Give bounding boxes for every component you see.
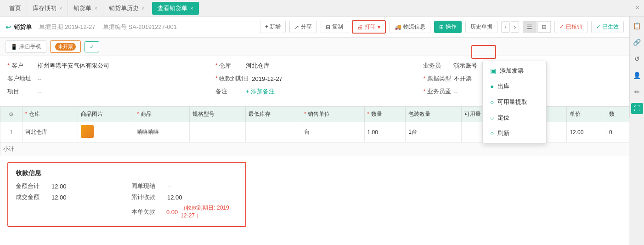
doc-header: ↩ 销货单 单据日期 2019-12-27 单据编号 SA-20191227-0… (0, 17, 629, 38)
history-button[interactable]: 历史单据 (465, 21, 497, 33)
tab-sales[interactable]: 销货单 × (68, 0, 103, 17)
th-quantity: * 数量 (364, 107, 406, 122)
note-add-link[interactable]: + 添加备注 (246, 87, 275, 96)
sales-staff-value: -- (454, 88, 458, 95)
same-order-value: -- (167, 183, 171, 190)
phone-icon: 📱 (11, 44, 17, 50)
payment-grid: 金额合计 12.00 同单现结 -- 成交金额 12.00 累计收款 12.00… (16, 182, 238, 220)
main-content: ↩ 销货单 单据日期 2019-12-27 单据编号 SA-20191227-0… (0, 17, 629, 245)
not-open-button[interactable]: 未开票 (50, 40, 81, 53)
dropdown-add-invoice[interactable]: ▣ 添加发票 (483, 63, 546, 79)
row-pack-qty: 1台 (406, 122, 461, 142)
address-label: 客户地址 (7, 74, 35, 83)
staff-value: 演示账号 (453, 62, 477, 70)
tab-home[interactable]: 首页 (4, 0, 27, 17)
total-amount-value: 12.00 (51, 183, 67, 190)
due-hint: （收款到期日: 2019-12-27 ） (181, 204, 238, 220)
row-amount: 0. (606, 122, 629, 142)
print-button[interactable]: 🖨 打印 ▾ (352, 20, 386, 34)
row-quantity: 1.00 (364, 122, 406, 142)
logistics-button[interactable]: 🚚 物流信息 (390, 21, 430, 33)
subtotal-label: 小计 (0, 142, 629, 156)
dropdown-refresh[interactable]: ○ 刷新 (483, 125, 546, 141)
cumulative-row: 累计收款 12.00 (131, 193, 238, 201)
available-extract-icon: ○ (490, 98, 494, 106)
tab-inventory[interactable]: 库存期初 × (27, 0, 68, 17)
sidebar-user-icon[interactable]: 👤 (631, 70, 643, 81)
add-invoice-icon: ▣ (490, 67, 496, 74)
confirm-icon: ✓ (90, 44, 94, 50)
refresh-label: 刷新 (497, 129, 509, 137)
row-no: 1 (0, 122, 23, 142)
due-date-value: 2019-12-27 (252, 75, 282, 82)
doc-title: ↩ 销货单 (6, 23, 32, 31)
project-label: 项目 (7, 87, 35, 96)
row-price: 12.00 (567, 122, 606, 142)
staff-label: 业务员 (423, 62, 451, 70)
project-field: 项目 -- (7, 87, 206, 96)
main-close-icon[interactable]: × (635, 4, 639, 12)
customer-label: 客户 (7, 62, 35, 70)
payment-box: 收款信息 金额合计 12.00 同单现结 -- 成交金额 12.00 累计收款 … (7, 162, 246, 227)
th-unit: * 销售单位 (301, 107, 364, 122)
sidebar-edit-icon[interactable]: ✏ (633, 86, 642, 97)
same-order-row: 同单现结 -- (131, 182, 238, 190)
transaction-label: 成交金额 (16, 193, 48, 201)
due-date-field: 收款到期日 2019-12-27 (215, 74, 414, 83)
share-button[interactable]: ↗ 分享 (289, 21, 317, 33)
owed-row: 本单欠款 0.00 （收款到期日: 2019-12-27 ） (131, 204, 238, 220)
nav-prev[interactable]: ‹ (501, 21, 509, 33)
tab-view-sales[interactable]: 查看销货单 × (152, 2, 199, 15)
share-icon: ↗ (294, 24, 299, 30)
tab-view-sales-close[interactable]: × (190, 6, 193, 11)
sold-out-button[interactable]: ✓ 已核销 (554, 21, 587, 33)
from-phone-button[interactable]: 📱 来自手机 (6, 40, 46, 53)
sidebar-clipboard-icon[interactable]: 📋 (631, 20, 643, 31)
nav-next[interactable]: › (511, 21, 519, 33)
tab-history-label: 销货单历史 (109, 4, 139, 12)
th-min-stock: 最低库存 (245, 107, 301, 122)
address-field: 客户地址 -- (7, 74, 206, 83)
total-amount-label: 金额合计 (16, 182, 48, 190)
sales-staff-label: 业务员孟 (423, 87, 451, 96)
not-open-badge: 未开票 (55, 43, 76, 51)
sidebar-link-icon[interactable]: 🔗 (631, 37, 643, 48)
position-label: 定位 (497, 114, 509, 122)
th-pack-qty: 包装数量 (406, 107, 461, 122)
operations-button[interactable]: ⊞ 操作 (434, 21, 462, 33)
ticket-type-label: 票据类型 (423, 74, 451, 83)
logistics-icon: 🚚 (395, 24, 401, 30)
dropdown-position[interactable]: ○ 定位 (483, 110, 546, 125)
copy-button[interactable]: ⊟ 复制 (321, 21, 348, 33)
subtotal-row: 小计 (0, 142, 629, 156)
tab-history-close[interactable]: × (141, 6, 144, 11)
sidebar-expand-icon[interactable]: ⛶ (631, 103, 643, 114)
view-list-btn[interactable]: ☰ (523, 21, 537, 33)
confirm-button[interactable]: ✓ (85, 41, 99, 52)
add-invoice-label: 添加发票 (500, 67, 524, 75)
th-product-img: 商品图片 (78, 107, 134, 122)
customer-field: 客户 柳州粤港平安气体有限公司 (7, 62, 206, 70)
dropdown-available-extract[interactable]: ○ 可用量提取 (483, 94, 546, 110)
tab-history[interactable]: 销货单历史 × (103, 0, 150, 17)
tab-inventory-close[interactable]: × (59, 6, 62, 11)
warehouse-field: 仓库 河北仓库 (215, 62, 414, 70)
nav-arrows: ‹ › (501, 21, 519, 33)
warehouse-value: 河北仓库 (246, 62, 270, 70)
th-warehouse: * 仓库 (22, 107, 78, 122)
th-gear: ⚙ (0, 107, 23, 122)
doc-type-label: 销货单 (14, 23, 32, 31)
sub-action-bar: 📱 来自手机 未开票 ✓ (0, 38, 629, 56)
effective-button[interactable]: ✓ 已生效 (591, 21, 624, 33)
sidebar-refresh-icon[interactable]: ↺ (633, 53, 642, 64)
dropdown-outbound[interactable]: ● 出库 (483, 79, 546, 94)
new-button[interactable]: + 新增 (260, 21, 286, 33)
copy-icon: ⊟ (326, 24, 330, 30)
th-product: * 商品 (134, 107, 189, 122)
doc-date-label: 单据日期 (39, 23, 63, 31)
doc-icon: ↩ (6, 23, 11, 31)
view-grid-btn[interactable]: ⊞ (537, 21, 551, 33)
tab-sales-close[interactable]: × (94, 6, 97, 11)
note-field: 备注 + 添加备注 (215, 87, 414, 96)
owed-label: 本单欠款 (131, 208, 164, 216)
